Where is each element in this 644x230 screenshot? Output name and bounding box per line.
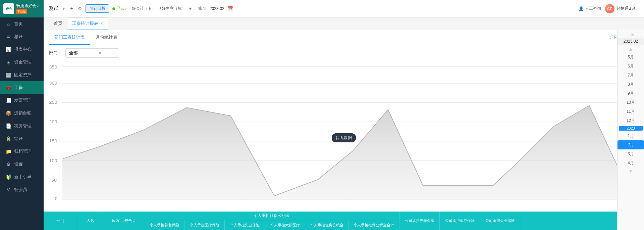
topbar-support-button[interactable]: 👤 人工咨询: [579, 6, 601, 11]
sidebar-label-tax: 税务管理: [14, 123, 32, 129]
right-panel-month-8[interactable]: 8月: [618, 80, 644, 89]
topbar-switch-button[interactable]: 切到旧版: [86, 4, 109, 13]
th-company-unemployment-label: 公司承担失业保险: [485, 218, 515, 223]
sub-tab-dept[interactable]: 部门工资统计表: [49, 30, 90, 45]
sidebar-label-salary: 工资: [14, 85, 23, 91]
tab-close-icon[interactable]: ✕: [100, 21, 103, 26]
filter-value: 全部: [69, 50, 78, 56]
th-unemployment: 个人承担失业保险: [225, 220, 265, 230]
right-panel-month-11[interactable]: 11月: [618, 107, 644, 116]
sidebar-label-assets: 固定资产: [14, 72, 32, 78]
th-headcount-label: 人数: [87, 218, 95, 224]
tab-home[interactable]: 首页: [49, 17, 67, 30]
funds-icon: ◈: [5, 59, 11, 65]
sidebar-item-funds[interactable]: ◈ 资金管理: [0, 56, 44, 68]
sidebar-item-guide[interactable]: 🔰 新手引导: [0, 171, 44, 183]
sub-tabs: 部门工资统计表 月份统计表 ↓ 下载 ↻ 刷新: [44, 30, 644, 45]
main-area: 测试 ▼ ＋ ⚙ 切到旧版 已认证 好会计（专） +好生意（标） +... 账期…: [44, 0, 644, 230]
home-icon: ⌂: [5, 21, 11, 27]
th-company-unemployment: 公司承担失业保险: [480, 212, 520, 230]
right-panel-month-7[interactable]: 7月: [618, 71, 644, 80]
close-icon[interactable]: ✕: [631, 32, 635, 38]
topbar-title: 测试: [49, 6, 58, 12]
tab-salary-report[interactable]: 工资统计报表 ✕: [67, 17, 108, 30]
chart-svg: 0 50 100 150 200 250 300 350: [47, 64, 637, 208]
sub-tab-monthly-label: 月份统计表: [96, 34, 117, 40]
expand-icon[interactable]: ⛶: [637, 32, 641, 38]
support-icon: 👤: [579, 6, 584, 11]
topbar-user[interactable]: CE 轻捷通B追...: [605, 4, 639, 13]
svg-text:200: 200: [49, 119, 57, 124]
invoice-icon: 🧾: [5, 98, 11, 103]
support-label: 人工咨询: [585, 6, 601, 11]
svg-text:0: 0: [55, 196, 57, 201]
status-dot: [112, 7, 115, 10]
right-panel-month-2[interactable]: 2月: [618, 140, 644, 149]
right-panel-month-12[interactable]: 12月: [618, 116, 644, 125]
table-header: 部门 人数 应发工资合计 个人承担社保公积金 个人承担养老保险: [44, 212, 644, 230]
sidebar: 好会 畅捷通好会计 专业版 ⌂ 首页 ≡ 总账 📊 报表中心 ◈ 资金管理 🏢 …: [0, 0, 44, 230]
right-panel-month-6[interactable]: 6月: [618, 62, 644, 71]
right-panel-month-9[interactable]: 9月: [618, 89, 644, 98]
sidebar-item-settings[interactable]: ⚙ 设置: [0, 158, 44, 171]
th-social-total-label: 个人承担社保公积金合计: [354, 223, 394, 228]
sub-tab-monthly[interactable]: 月份统计表: [90, 30, 123, 45]
right-panel-year-badge: 2023: [619, 126, 643, 131]
logo-name: 畅捷通好会计: [16, 3, 40, 9]
th-major-medical: 个人承担大额医疗: [265, 220, 305, 230]
topbar-dropdown-arrow[interactable]: ▼: [62, 6, 66, 11]
topbar-right: 👤 人工咨询 CE 轻捷通B追...: [579, 4, 639, 13]
sidebar-label-home: 首页: [14, 21, 23, 27]
th-dept-label: 部门: [56, 218, 64, 224]
svg-text:350: 350: [49, 64, 57, 70]
sidebar-item-salary[interactable]: 💼 工资: [0, 81, 44, 94]
right-panel-month-5[interactable]: 5月: [618, 53, 644, 62]
topbar-status-text: 已认证: [116, 6, 128, 11]
sidebar-item-reports[interactable]: 📊 报表中心: [0, 43, 44, 56]
right-panel-up-nav[interactable]: ▲: [628, 45, 634, 53]
th-medical: 个人承担医疗保险: [184, 220, 225, 230]
sidebar-item-closing[interactable]: 🔒 结账: [0, 132, 44, 145]
topbar-add-button[interactable]: ＋: [69, 5, 74, 12]
sidebar-item-archive[interactable]: 📁 归档管理: [0, 145, 44, 158]
th-group-title: 个人承担社保公积金: [254, 213, 290, 218]
vip-icon: V: [5, 187, 11, 192]
topbar-settings-icon[interactable]: ⚙: [78, 6, 82, 11]
sidebar-label-closing: 结账: [14, 136, 23, 142]
sales-icon: 📦: [5, 110, 11, 116]
sidebar-label-settings: 设置: [14, 161, 23, 167]
right-panel-month-1[interactable]: 1月: [618, 131, 644, 140]
sidebar-item-assets[interactable]: 🏢 固定资产: [0, 68, 44, 81]
sidebar-label-invoice: 发票管理: [14, 97, 32, 103]
select-arrow-icon: ▼: [98, 51, 102, 56]
sidebar-item-tax[interactable]: 📑 税务管理: [0, 120, 44, 132]
th-pension-label: 个人承担养老保险: [150, 223, 179, 228]
th-unemployment-label: 个人承担失业保险: [230, 223, 260, 228]
sidebar-item-home[interactable]: ⌂ 首页: [0, 17, 44, 30]
th-company-pension: 公司承担养老保险: [399, 212, 440, 230]
th-pension: 个人承担养老保险: [144, 220, 184, 230]
right-panel-month-4[interactable]: 4月: [618, 158, 644, 168]
svg-text:300: 300: [49, 80, 57, 85]
right-panel-month-3[interactable]: 3月: [618, 149, 644, 158]
sidebar-item-invoice[interactable]: 🧾 发票管理: [0, 94, 44, 107]
calendar-icon[interactable]: 📅: [228, 6, 233, 11]
sidebar-item-ledger[interactable]: ≡ 总账: [0, 30, 44, 43]
content-area: 部门工资统计表 月份统计表 ↓ 下载 ↻ 刷新 部门： 全部 ▼: [44, 30, 644, 230]
department-select[interactable]: 全部 ▼: [65, 48, 119, 58]
sidebar-item-sales[interactable]: 📦 进销台账: [0, 107, 44, 120]
sidebar-item-vip[interactable]: V 畅会员: [0, 183, 44, 196]
topbar-status: 已认证: [112, 6, 128, 11]
topbar-meta3: +...: [189, 6, 195, 11]
reports-icon: 📊: [5, 47, 11, 52]
right-panel-date: 2023.02: [618, 38, 644, 45]
right-panel-down-nav[interactable]: ▼: [628, 168, 634, 175]
right-panel-controls: ✕ ⛶: [618, 30, 644, 38]
svg-text:100: 100: [49, 158, 57, 163]
th-dept: 部门: [44, 212, 77, 230]
topbar-meta2: +好生意（标）: [159, 6, 186, 11]
right-panel-month-10[interactable]: 10月: [618, 98, 644, 107]
th-total-salary-label: 应发工资合计: [112, 218, 136, 224]
user-avatar: CE: [605, 4, 614, 13]
svg-text:250: 250: [49, 100, 57, 105]
